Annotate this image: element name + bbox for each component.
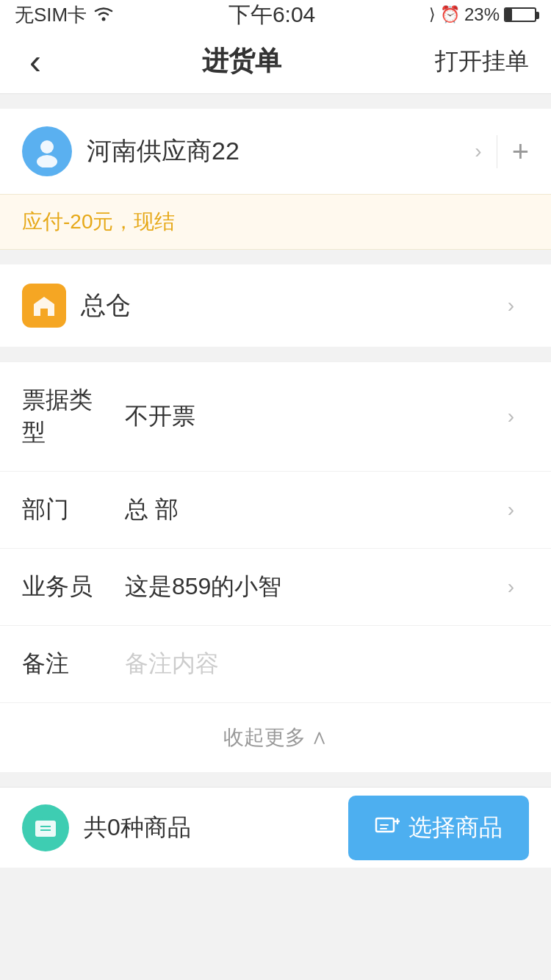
form-section: 票据类型 不开票 › 部门 总 部 › 业务员 这是859的小智 › 备注 备注… (0, 361, 551, 772)
warehouse-chevron-icon: › (508, 294, 514, 317)
divider-1 (0, 94, 551, 109)
supplier-section: 河南供应商22 › + 应付-20元，现结 (0, 109, 551, 250)
collapse-label: 收起更多 ∧ (223, 726, 328, 749)
supplier-avatar (22, 126, 72, 176)
department-row[interactable]: 部门 总 部 › (0, 471, 551, 548)
remark-input[interactable]: 备注内容 (125, 648, 529, 680)
notice-text: 应付-20元，现结 (22, 210, 175, 233)
product-icon-bg (22, 804, 69, 851)
status-time: 下午6:04 (228, 0, 315, 30)
wifi-icon (93, 4, 115, 26)
svg-rect-3 (40, 309, 48, 316)
salesman-chevron-icon: › (508, 575, 514, 599)
invoice-type-label: 票据类型 (22, 384, 110, 449)
salesman-label: 业务员 (22, 571, 110, 603)
svg-rect-4 (35, 821, 56, 837)
status-left: 无SIM卡 (15, 2, 115, 28)
remark-label: 备注 (22, 648, 110, 680)
invoice-type-row[interactable]: 票据类型 不开票 › (0, 361, 551, 471)
notice-bar: 应付-20元，现结 (0, 194, 551, 250)
divider-3 (0, 347, 551, 361)
department-value: 总 部 (125, 494, 508, 526)
status-bar: 无SIM卡 下午6:04 ⟩ ⏰ 23% (0, 0, 551, 29)
supplier-name: 河南供应商22 (87, 134, 475, 168)
battery-icon (504, 7, 536, 22)
nav-bar: ‹ 进货单 打开挂单 (0, 29, 551, 94)
department-label: 部门 (22, 494, 110, 526)
product-count: 共0种商品 (84, 812, 348, 844)
select-product-label: 选择商品 (408, 812, 503, 844)
select-product-button[interactable]: 选择商品 (348, 796, 529, 860)
salesman-value: 这是859的小智 (125, 571, 508, 603)
add-supplier-icon[interactable]: + (497, 135, 529, 168)
svg-point-0 (102, 17, 106, 21)
bottom-bar: 共0种商品 选择商品 (0, 787, 551, 868)
warehouse-section: 总仓 › (0, 264, 551, 347)
supplier-row[interactable]: 河南供应商22 › + (0, 109, 551, 194)
supplier-chevron-icon: › (475, 140, 481, 163)
svg-point-1 (40, 140, 54, 154)
page-title: 进货单 (202, 43, 281, 79)
collapse-button[interactable]: 收起更多 ∧ (0, 702, 551, 772)
divider-2 (0, 250, 551, 264)
open-pending-button[interactable]: 打开挂单 (435, 46, 529, 78)
remark-row[interactable]: 备注 备注内容 (0, 625, 551, 702)
invoice-type-value: 不开票 (125, 400, 508, 433)
sim-text: 无SIM卡 (15, 2, 87, 28)
select-product-icon (375, 813, 400, 842)
salesman-row[interactable]: 业务员 这是859的小智 › (0, 548, 551, 625)
back-button[interactable]: ‹ (22, 34, 48, 89)
battery-percent: 23% (464, 4, 500, 25)
alarm-icon: ⏰ (440, 5, 460, 24)
location-icon: ⟩ (429, 5, 436, 24)
warehouse-icon-bg (22, 284, 66, 328)
warehouse-name: 总仓 (81, 289, 508, 323)
svg-point-2 (37, 155, 57, 167)
department-chevron-icon: › (508, 498, 514, 522)
warehouse-row[interactable]: 总仓 › (0, 264, 551, 347)
invoice-type-chevron-icon: › (508, 405, 514, 428)
status-right: ⟩ ⏰ 23% (429, 4, 536, 25)
